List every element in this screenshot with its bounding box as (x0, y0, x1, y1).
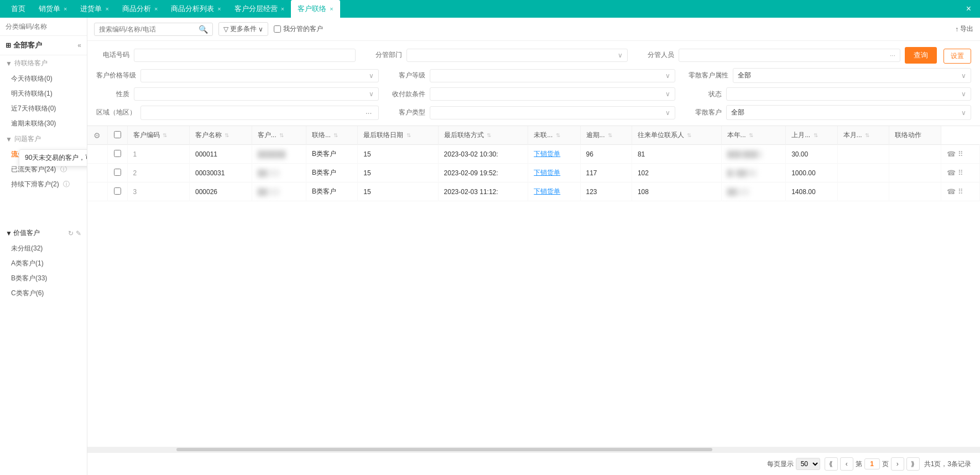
sort-icon-date[interactable]: ⇅ (406, 132, 411, 138)
price-tier-select[interactable]: ∨ (140, 69, 379, 82)
nav-tab-home[interactable]: 首页 (4, 0, 32, 18)
dept-select[interactable]: ∨ (406, 49, 628, 62)
more-action-icon-2[interactable]: ⠿ (958, 187, 963, 196)
sort-icon-overdue[interactable]: ⇅ (608, 132, 612, 138)
contact-action-icon-2[interactable]: ☎ (947, 187, 956, 196)
sidebar-all-customers[interactable]: ⊞ 全部客户 « (0, 36, 87, 55)
close-tab-customer-contact[interactable]: × (330, 6, 333, 12)
retail-customer-select[interactable]: 全部 ∨ (726, 105, 971, 120)
td-last-way-2[interactable]: 下销货单 (528, 182, 580, 201)
table-row: 3 000026 ██ B类客户 15 2023-02-03 11:12: 下销… (87, 182, 980, 201)
top-navigation: 首页 销货单 × 进货单 × 商品分析 × 商品分析列表 × 客户分层经营 × … (0, 0, 980, 18)
horizontal-scrollbar[interactable] (87, 447, 980, 452)
more-action-icon-1[interactable]: ⠿ (958, 169, 963, 177)
filter-field-region: 区域（地区） ··· (96, 106, 379, 120)
sidebar-search-input[interactable] (6, 23, 87, 30)
th-settings[interactable]: ⚙ (87, 126, 107, 145)
sidebar-item-class-a[interactable]: A类客户(1) (0, 256, 87, 271)
contact-action-icon-1[interactable]: ☎ (947, 169, 956, 177)
retail-attr-select[interactable]: 全部 ∨ (733, 68, 971, 83)
sidebar-section-pending[interactable]: ▼ 待联络客户 (0, 55, 87, 71)
th-checkbox[interactable] (107, 126, 127, 145)
person-select[interactable]: ··· (679, 49, 900, 62)
nature-select[interactable]: ∨ (134, 87, 379, 101)
th-contact-count: 联络... ⇅ (306, 126, 357, 145)
sort-icon-way[interactable]: ⇅ (487, 132, 491, 138)
nav-tab-analysis[interactable]: 商品分析 × (116, 0, 164, 18)
contact-action-icon-0[interactable]: ☎ (947, 150, 956, 158)
customer-type-select[interactable]: ∨ (430, 106, 675, 119)
edit-icon[interactable]: ✎ (76, 229, 81, 237)
chevron-down-icon-type: ∨ (665, 109, 670, 117)
td-check-0[interactable] (107, 145, 127, 164)
gear-icon[interactable]: ⚙ (93, 131, 101, 140)
row-checkbox-2[interactable] (114, 187, 121, 195)
sidebar-item-tomorrow[interactable]: 明天待联络(1) (0, 86, 87, 101)
td-code-2: 000026 (190, 182, 252, 201)
pagination-bar: 每页显示 50 ⟪ ‹ 第 页 › ⟫ 共1页，3条记录 (87, 452, 980, 475)
sidebar-item-unclassified[interactable]: 未分组(32) (0, 241, 87, 256)
close-tab-analysis[interactable]: × (154, 6, 158, 12)
first-page-button[interactable]: ⟪ (825, 457, 838, 471)
nav-tab-purchaseorder[interactable]: 进货单 × (74, 0, 115, 18)
th-customer-type: 客户... ⇅ (252, 126, 306, 145)
sort-icon-code[interactable]: ⇅ (163, 132, 167, 138)
filter-search-box[interactable]: 🔍 (94, 23, 213, 36)
sort-icon-uncontact[interactable]: ⇅ (556, 132, 560, 138)
td-check-2[interactable] (107, 182, 127, 201)
sidebar-item-7days[interactable]: 近7天待联络(0) (0, 101, 87, 116)
filter-my-customers[interactable]: 我分管的客户 (274, 24, 323, 34)
sidebar-item-overdue[interactable]: 逾期未联络(30) (0, 116, 87, 131)
sort-icon-this-year[interactable]: ⇅ (749, 132, 753, 138)
td-last-way-1[interactable]: 下销货单 (528, 164, 580, 182)
query-button[interactable]: 查询 (905, 47, 937, 64)
close-tab-analysis-list[interactable]: × (217, 6, 221, 12)
sort-icon-name[interactable]: ⇅ (225, 132, 229, 138)
nav-tab-analysis-list[interactable]: 商品分析列表 × (164, 0, 227, 18)
td-check-1[interactable] (107, 164, 127, 182)
close-tab-customer-tier[interactable]: × (281, 6, 284, 12)
row-checkbox-1[interactable] (114, 169, 121, 176)
td-num-2: 3 (127, 182, 190, 201)
filter-search-input[interactable] (99, 25, 199, 33)
per-page-select[interactable]: 50 (796, 458, 820, 470)
select-all-checkbox[interactable] (114, 131, 121, 138)
settings-button[interactable]: 设置 (943, 49, 971, 64)
nav-tab-customer-tier[interactable]: 客户分层经营 × (228, 0, 291, 18)
region-input[interactable]: ··· (140, 106, 379, 120)
next-page-button[interactable]: › (891, 457, 904, 471)
phone-input[interactable] (134, 49, 356, 62)
my-customers-checkbox[interactable] (274, 25, 281, 33)
customer-tier-select[interactable]: ∨ (430, 69, 675, 82)
nav-tab-salesorder[interactable]: 销货单 × (32, 0, 74, 18)
refresh-icon[interactable]: ↻ (68, 229, 74, 237)
sidebar-item-today[interactable]: 今天待联络(0) (0, 71, 87, 86)
sidebar-section-value[interactable]: ▼ 价值客户 ↻ ✎ (0, 225, 87, 241)
sidebar-item-class-b[interactable]: B类客户(33) (0, 271, 87, 286)
sort-icon-contact[interactable]: ⇅ (333, 132, 338, 138)
region-ellipsis[interactable]: ··· (363, 108, 374, 117)
row-checkbox-0[interactable] (114, 150, 121, 157)
filter-more-conditions[interactable]: ▽ 更多条件 ∨ (218, 22, 268, 36)
sidebar-item-class-c[interactable]: C类客户(6) (0, 286, 87, 301)
nav-tab-customer-contact[interactable]: 客户联络 × (291, 0, 340, 18)
close-app-button[interactable]: × (962, 4, 976, 14)
sidebar-search-box[interactable]: 🔍 (0, 18, 87, 36)
last-page-button[interactable]: ⟫ (906, 457, 920, 471)
close-tab-purchaseorder[interactable]: × (105, 6, 108, 12)
prev-page-button[interactable]: ‹ (840, 457, 853, 471)
sidebar-item-declining[interactable]: 持续下滑客户(2) ⓘ (0, 177, 87, 192)
close-tab-salesorder[interactable]: × (64, 6, 67, 12)
sidebar-section-problem[interactable]: ▼ 问题客户 (0, 131, 87, 147)
more-action-icon-0[interactable]: ⠿ (958, 150, 963, 158)
sort-icon-person[interactable]: ⇅ (687, 132, 691, 138)
status-select[interactable]: ∨ (726, 87, 971, 101)
page-number-input[interactable] (864, 458, 880, 469)
payment-select[interactable]: ∨ (430, 87, 675, 101)
export-button[interactable]: ↑ 导出 (955, 24, 973, 34)
filter-search-button[interactable]: 🔍 (199, 25, 208, 34)
sort-icon-last-month[interactable]: ⇅ (814, 132, 818, 138)
sort-icon-type[interactable]: ⇅ (279, 132, 284, 138)
td-last-way-0[interactable]: 下销货单 (528, 145, 580, 164)
sort-icon-this-month[interactable]: ⇅ (865, 132, 869, 138)
